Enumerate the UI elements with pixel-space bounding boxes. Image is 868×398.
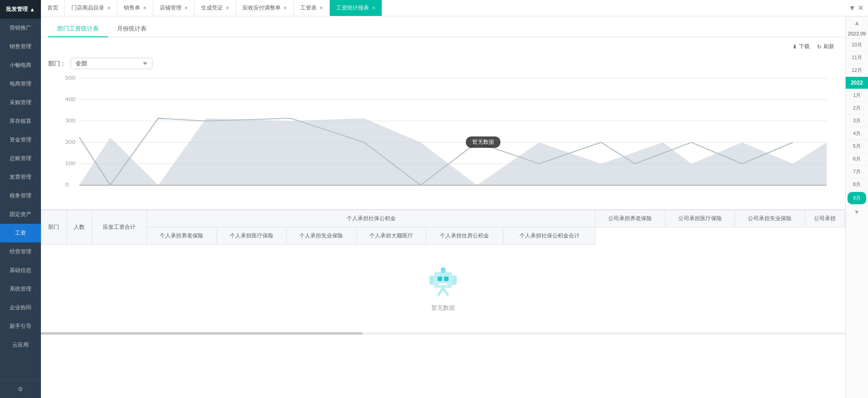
tab-label-3: 店铺管理 <box>160 4 182 12</box>
col-header-company-pension: 公司承担养老保险 <box>595 210 665 227</box>
svg-text:100: 100 <box>65 161 76 166</box>
month-item-6[interactable]: 3月 <box>846 115 868 127</box>
month-item-11[interactable]: 8月 <box>846 178 868 191</box>
month-nav-down[interactable]: ▼ <box>846 206 868 218</box>
tab-label-2: 销售单 <box>124 4 140 12</box>
col-header-personal-subtotal: 个人承担社保公积金合计 <box>503 227 595 245</box>
svg-rect-18 <box>429 276 434 285</box>
month-item-1[interactable]: 11月 <box>846 51 868 64</box>
month-item-12[interactable]: 9月 <box>848 192 866 205</box>
tab-item-4[interactable]: 生成凭证✕ <box>195 0 236 16</box>
svg-text:400: 400 <box>65 96 76 102</box>
sidebar-item-9[interactable]: 税务管理 <box>0 186 41 205</box>
refresh-button[interactable]: ↻ 刷新 <box>813 41 838 52</box>
tab-item-7[interactable]: 工资统计报表✕ <box>330 0 382 16</box>
col-header-personal-pension: 个人承担养老保险 <box>147 227 217 245</box>
sidebar-item-15[interactable]: 企业协同 <box>0 298 41 317</box>
tab-label-4: 生成凭证 <box>201 4 223 12</box>
sidebar-item-7[interactable]: 总账管理 <box>0 149 41 168</box>
tab-label-0: 首页 <box>47 4 58 12</box>
tab-item-0[interactable]: 首页 <box>41 0 65 16</box>
sub-tab-0[interactable]: 部门工资统计表 <box>48 21 108 37</box>
tab-item-2[interactable]: 销售单✕ <box>117 0 153 16</box>
sidebar-item-3[interactable]: 电商管理 <box>0 75 41 93</box>
tab-item-5[interactable]: 应收应付调整单✕ <box>236 0 294 16</box>
sub-tab-1[interactable]: 月份统计表 <box>108 21 156 37</box>
tab-label-7: 工资统计报表 <box>336 4 369 12</box>
tab-close-all-icon[interactable]: ✕ <box>858 4 863 12</box>
month-item-2[interactable]: 12月 <box>846 64 868 77</box>
scroll-track[interactable] <box>41 332 845 335</box>
tab-close-1[interactable]: ✕ <box>107 5 111 10</box>
sidebar-logo[interactable]: 批发管理 ▲ <box>0 0 41 19</box>
sidebar-item-13[interactable]: 基础信息 <box>0 261 41 280</box>
tab-close-3[interactable]: ✕ <box>184 5 188 10</box>
month-item-7[interactable]: 4月 <box>846 127 868 140</box>
month-nav-up[interactable]: ▲ <box>846 16 868 29</box>
tab-label-5: 应收应付调整单 <box>242 4 281 12</box>
month-year-label: 2022.09 <box>846 29 868 39</box>
svg-rect-16 <box>439 283 448 285</box>
col-header-personal-unemploy: 个人承担失业保险 <box>287 227 356 245</box>
main-content: 部门工资统计表月份统计表 ⬇ 下载 ↻ 刷新 部门： 全部 <box>41 16 845 398</box>
tab-item-3[interactable]: 店铺管理✕ <box>153 0 195 16</box>
col-header-company-other: 公司承担 <box>805 210 845 227</box>
month-item-0[interactable]: 10月 <box>846 39 868 51</box>
svg-rect-15 <box>444 277 449 281</box>
tab-close-5[interactable]: ✕ <box>283 5 287 10</box>
table-area[interactable]: 部门 人数 应发工资合计 个人承担社保公积金 公司承担养老保险 公司承担医疗保险… <box>41 209 845 398</box>
sidebar-item-4[interactable]: 采购管理 <box>0 93 41 112</box>
tab-close-2[interactable]: ✕ <box>143 5 146 10</box>
sidebar-item-2[interactable]: 小畅电商 <box>0 56 41 75</box>
sidebar-item-16[interactable]: 新手引导 <box>0 317 41 336</box>
tab-item-6[interactable]: 工资表✕ <box>294 0 330 16</box>
sidebar-footer[interactable]: ⚙ <box>0 380 41 398</box>
sidebar-item-1[interactable]: 销售管理 <box>0 37 41 56</box>
chart-area: 500 400 300 200 100 0 <box>41 73 845 209</box>
tab-label-1: 门店商品目录 <box>71 4 104 12</box>
month-item-4[interactable]: 1月 <box>846 89 868 102</box>
sidebar-item-8[interactable]: 发票管理 <box>0 168 41 186</box>
svg-text:300: 300 <box>65 118 76 123</box>
main-area: 首页门店商品目录✕销售单✕店铺管理✕生成凭证✕应收应付调整单✕工资表✕工资统计报… <box>41 0 868 398</box>
col-header-personal-bigmedical: 个人承担大额医疗 <box>356 227 426 245</box>
sidebar-item-0[interactable]: 营销推广 <box>0 19 41 37</box>
tab-close-6[interactable]: ✕ <box>319 5 323 10</box>
sidebar-item-12[interactable]: 经营管理 <box>0 242 41 261</box>
svg-rect-19 <box>452 276 457 285</box>
col-header-count: 人数 <box>66 210 92 245</box>
month-item-10[interactable]: 7月 <box>846 166 868 178</box>
col-header-company-medical: 公司承担医疗保险 <box>665 210 735 227</box>
sidebar-logo-icon: ▲ <box>30 6 35 13</box>
tab-item-1[interactable]: 门店商品目录✕ <box>65 0 117 16</box>
svg-text:200: 200 <box>65 139 76 145</box>
empty-state: 暂无数据 <box>41 245 845 330</box>
tab-close-4[interactable]: ✕ <box>226 5 229 10</box>
settings-icon: ⚙ <box>18 386 23 393</box>
tab-bar: 首页门店商品目录✕销售单✕店铺管理✕生成凭证✕应收应付调整单✕工资表✕工资统计报… <box>41 0 868 16</box>
tab-label-6: 工资表 <box>300 4 317 12</box>
sidebar-logo-text: 批发管理 <box>6 5 28 13</box>
month-item-8[interactable]: 5月 <box>846 140 868 153</box>
download-label: 下载 <box>799 43 810 50</box>
sidebar-item-5[interactable]: 库存核算 <box>0 112 41 131</box>
tab-close-7[interactable]: ✕ <box>372 5 375 10</box>
download-button[interactable]: ⬇ 下载 <box>789 41 813 52</box>
col-header-personal-housing: 个人承担住房公积金 <box>426 227 504 245</box>
tab-collapse-icon[interactable]: ▼ <box>848 4 856 12</box>
department-select[interactable]: 全部 <box>71 58 152 69</box>
month-item-9[interactable]: 6月 <box>846 153 868 166</box>
month-item-3[interactable]: 2022 <box>846 77 868 89</box>
download-icon: ⬇ <box>792 44 797 50</box>
sidebar-item-14[interactable]: 系统管理 <box>0 280 41 298</box>
col-header-dept: 部门 <box>41 210 67 245</box>
sidebar-item-11[interactable]: 工资 <box>0 224 41 242</box>
scroll-thumb[interactable] <box>41 332 363 335</box>
sidebar-item-6[interactable]: 资金管理 <box>0 131 41 149</box>
sidebar: 批发管理 ▲ 营销推广销售管理小畅电商电商管理采购管理库存核算资金管理总账管理发… <box>0 0 41 398</box>
col-header-personal-medical: 个人承担医疗保险 <box>217 227 286 245</box>
sidebar-item-10[interactable]: 固定资产 <box>0 205 41 224</box>
svg-text:500: 500 <box>65 75 76 81</box>
sidebar-item-17[interactable]: 云应用 <box>0 336 41 354</box>
month-item-5[interactable]: 2月 <box>846 102 868 115</box>
